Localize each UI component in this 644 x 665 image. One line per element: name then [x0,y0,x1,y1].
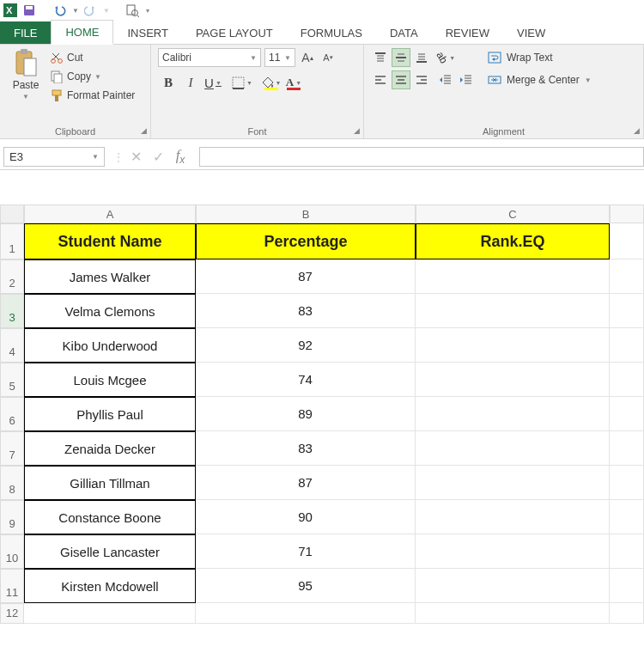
cell-a1[interactable]: Student Name [24,223,196,259]
row-header[interactable]: 4 [0,328,24,363]
underline-button[interactable]: U▼ [203,72,223,93]
cell[interactable]: James Walker [24,259,196,294]
col-header-b[interactable]: B [196,204,416,223]
cell[interactable]: Zenaida Decker [24,431,196,466]
align-right-icon[interactable] [412,70,431,89]
cell[interactable] [416,569,610,603]
tab-formulas[interactable]: FORMULAS [287,21,376,44]
formula-input[interactable] [199,147,644,167]
copy-dropdown-icon[interactable]: ▼ [94,73,101,81]
merge-center-button[interactable]: Merge & Center ▼ [488,70,592,89]
cut-button[interactable]: Cut [50,48,135,67]
cell[interactable] [610,466,644,500]
tab-review[interactable]: REVIEW [432,21,503,44]
italic-button[interactable]: I [180,72,201,93]
cell-c1[interactable]: Rank.EQ [416,223,610,259]
cell[interactable] [416,603,610,624]
row-header[interactable]: 1 [0,223,24,259]
align-middle-icon[interactable] [392,48,410,67]
merge-dropdown-icon[interactable]: ▼ [585,76,592,84]
font-size-combo[interactable]: 11▼ [264,48,295,67]
cell[interactable]: 90 [196,500,416,534]
cell[interactable]: Velma Clemons [24,294,196,328]
copy-button[interactable]: Copy ▼ [50,67,135,86]
borders-button[interactable]: ▼ [232,72,252,93]
cell[interactable] [610,431,644,466]
cell[interactable] [610,603,644,624]
cell[interactable] [610,534,644,569]
format-painter-button[interactable]: Format Painter [50,86,135,105]
row-header[interactable]: 2 [0,259,24,294]
cell[interactable]: Phyllis Paul [24,397,196,431]
cell[interactable]: Constance Boone [24,500,196,534]
wrap-text-button[interactable]: Wrap Text [488,48,592,67]
col-header-extra[interactable] [610,204,644,223]
row-header[interactable]: 5 [0,363,24,397]
orientation-icon[interactable]: ab▼ [436,48,455,67]
cell[interactable]: Gillian Tillman [24,466,196,500]
tab-page-layout[interactable]: PAGE LAYOUT [182,21,287,44]
cell[interactable]: Kirsten Mcdowell [24,569,196,603]
cell[interactable] [416,397,610,431]
clipboard-launcher-icon[interactable]: ◢ [141,126,147,135]
font-name-combo[interactable]: Calibri▼ [158,48,261,67]
align-top-icon[interactable] [371,48,390,67]
cell[interactable] [610,259,644,294]
cell[interactable] [610,363,644,397]
cell[interactable]: 92 [196,328,416,363]
name-box-dropdown-icon[interactable]: ▼ [92,153,99,161]
shrink-font-icon[interactable]: A▾ [319,48,337,67]
align-bottom-icon[interactable] [412,48,431,67]
cell[interactable]: 87 [196,259,416,294]
col-header-c[interactable]: C [416,204,610,223]
decrease-indent-icon[interactable] [436,70,455,89]
cell[interactable]: 95 [196,569,416,603]
row-header[interactable]: 7 [0,431,24,466]
enter-formula-icon[interactable]: ✓ [148,147,168,168]
row-header[interactable]: 6 [0,397,24,431]
row-header[interactable]: 11 [0,569,24,603]
fill-color-button[interactable]: ▼ [261,72,282,93]
qat-customize-icon[interactable]: ▾ [144,7,151,15]
tab-data[interactable]: DATA [376,21,432,44]
cell[interactable] [610,569,644,603]
save-icon[interactable] [21,2,38,19]
cell[interactable] [610,397,644,431]
font-color-button[interactable]: A ▼ [283,72,304,93]
increase-indent-icon[interactable] [457,70,476,89]
row-header[interactable]: 8 [0,466,24,500]
cell[interactable] [416,500,610,534]
cell[interactable]: Giselle Lancaster [24,534,196,569]
cell[interactable] [610,223,644,259]
tab-home[interactable]: HOME [51,20,113,45]
print-preview-icon[interactable] [124,2,141,19]
cell[interactable]: 71 [196,534,416,569]
align-left-icon[interactable] [371,70,390,89]
grow-font-icon[interactable]: A▴ [299,48,316,67]
cell[interactable]: 87 [196,466,416,500]
row-header[interactable]: 10 [0,534,24,569]
tab-view[interactable]: VIEW [503,21,559,44]
cell[interactable] [610,328,644,363]
cell[interactable] [416,259,610,294]
cancel-formula-icon[interactable]: ✕ [125,147,146,168]
cell[interactable] [610,294,644,328]
row-header[interactable]: 3 [0,294,24,328]
row-header[interactable]: 9 [0,500,24,534]
cell[interactable] [416,534,610,569]
name-box[interactable]: E3 ▼ [3,147,105,167]
tab-insert[interactable]: INSERT [113,21,181,44]
cell[interactable] [24,603,196,624]
paste-button[interactable]: Paste ▼ [7,48,45,125]
fx-icon[interactable]: fx [170,147,191,168]
spreadsheet-grid[interactable]: A B C 1 Student Name Percentage Rank.EQ … [0,204,644,624]
redo-icon[interactable] [82,2,100,19]
cell[interactable] [416,294,610,328]
font-launcher-icon[interactable]: ◢ [354,126,360,135]
align-center-icon[interactable] [392,70,410,89]
cell[interactable]: 83 [196,294,416,328]
row-header[interactable]: 12 [0,603,24,624]
alignment-launcher-icon[interactable]: ◢ [634,126,640,135]
cell[interactable]: 83 [196,431,416,466]
undo-dropdown-icon[interactable]: ▼ [72,7,79,15]
